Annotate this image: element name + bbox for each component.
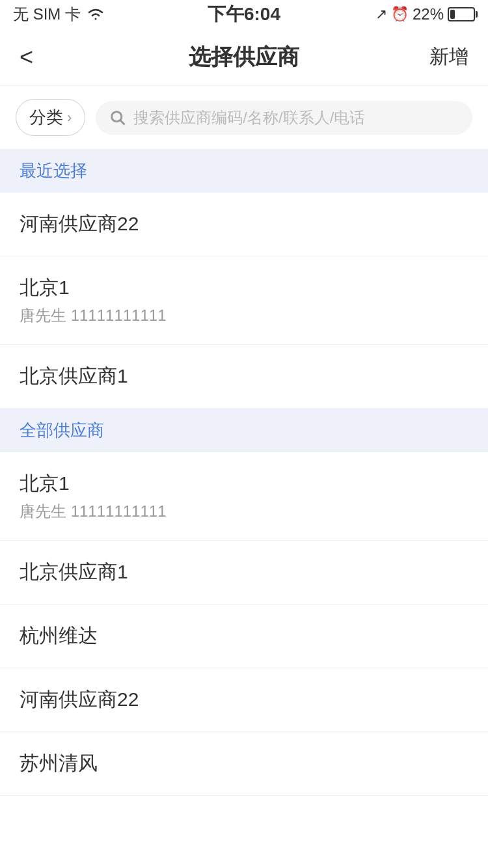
- all-list-item[interactable]: 北京供应商1: [0, 541, 488, 604]
- category-button[interactable]: 分类 ›: [16, 99, 85, 136]
- chevron-right-icon: ›: [67, 109, 72, 126]
- wifi-icon: [86, 7, 105, 21]
- all-section-label: 全部供应商: [20, 420, 104, 440]
- alarm-icon: ⏰: [391, 6, 409, 23]
- recent-section-header: 最近选择: [0, 149, 488, 193]
- item-sub: 唐先生 11111111111: [20, 305, 468, 326]
- nav-bar: < 选择供应商 新增: [0, 29, 488, 86]
- item-name: 杭州维达: [20, 623, 468, 649]
- search-icon: [109, 109, 127, 127]
- all-items-list: 北京1唐先生 11111111111北京供应商1杭州维达河南供应商22苏州清风: [0, 452, 488, 796]
- item-name: 北京供应商1: [20, 559, 468, 586]
- item-name: 北京1: [20, 275, 468, 301]
- category-label: 分类: [29, 106, 63, 129]
- status-left: 无 SIM 卡: [13, 4, 105, 25]
- search-input-wrap[interactable]: 搜索供应商编码/名称/联系人/电话: [96, 101, 472, 135]
- all-list-item[interactable]: 苏州清风: [0, 732, 488, 796]
- status-right: ↗ ⏰ 22%: [375, 5, 475, 23]
- item-sub: 唐先生 11111111111: [20, 501, 468, 522]
- location-icon: ↗: [375, 6, 387, 23]
- all-list-item[interactable]: 北京1唐先生 11111111111: [0, 452, 488, 541]
- item-name: 河南供应商22: [20, 211, 468, 237]
- all-list-item[interactable]: 河南供应商22: [0, 668, 488, 732]
- all-section-header: 全部供应商: [0, 409, 488, 452]
- carrier-text: 无 SIM 卡: [13, 4, 81, 25]
- recent-section-label: 最近选择: [20, 161, 87, 180]
- svg-point-0: [112, 111, 122, 121]
- search-placeholder: 搜索供应商编码/名称/联系人/电话: [133, 107, 365, 128]
- svg-line-1: [120, 120, 124, 124]
- search-bar: 分类 › 搜索供应商编码/名称/联系人/电话: [0, 86, 488, 149]
- add-button[interactable]: 新增: [429, 44, 468, 70]
- battery-icon: [448, 7, 475, 21]
- page-title: 选择供应商: [189, 42, 299, 72]
- recent-items-list: 河南供应商22北京1唐先生 11111111111北京供应商1: [0, 193, 488, 409]
- item-name: 北京1: [20, 470, 468, 497]
- battery-percent: 22%: [413, 5, 444, 23]
- item-name: 河南供应商22: [20, 686, 468, 713]
- item-name: 苏州清风: [20, 750, 468, 777]
- item-name: 北京供应商1: [20, 363, 468, 390]
- all-list-item[interactable]: 杭州维达: [0, 604, 488, 668]
- status-bar: 无 SIM 卡 下午6:04 ↗ ⏰ 22%: [0, 0, 488, 29]
- status-time: 下午6:04: [208, 2, 280, 27]
- recent-list-item[interactable]: 河南供应商22: [0, 193, 488, 256]
- recent-list-item[interactable]: 北京1唐先生 11111111111: [0, 256, 488, 345]
- recent-list-item[interactable]: 北京供应商1: [0, 345, 488, 409]
- back-button[interactable]: <: [20, 44, 59, 71]
